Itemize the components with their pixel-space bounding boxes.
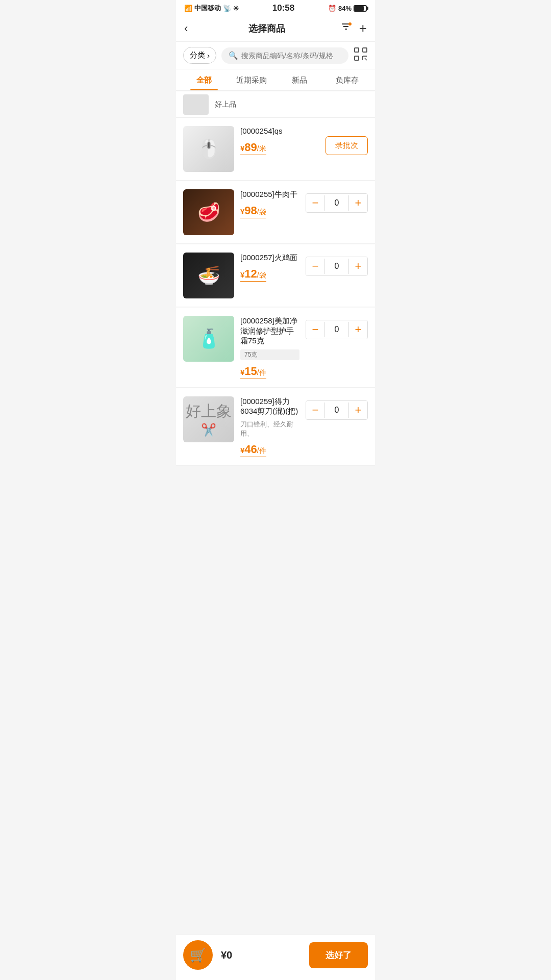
quantity-control-4: − 0 + [306,400,368,420]
qty-minus-3[interactable]: − [306,320,324,339]
qty-plus-4[interactable]: + [349,401,367,419]
qty-minus-2[interactable]: − [306,257,324,275]
signal-icon: 📶 [184,5,192,12]
header-actions: + [340,20,367,36]
product-name-3: [0000258]美加净滋润修护型护手霜75克 [240,316,299,346]
qty-minus-1[interactable]: − [306,194,324,212]
product-name-1: [0000255]牛肉干 [240,189,299,199]
quantity-control-3: − 0 + [306,320,368,339]
status-right: ⏰ 84% [328,5,367,12]
batch-button-0[interactable]: 录批次 [325,136,368,155]
battery-percent: 84% [338,5,352,12]
qty-plus-1[interactable]: + [349,194,367,212]
qty-value-1: 0 [324,195,349,211]
status-bar: 📶 中国移动 📡 ✳ 10:58 ⏰ 84% [176,0,375,15]
scan-icon[interactable] [354,47,368,64]
tab-recent[interactable]: 近期采购 [229,69,275,90]
filter-icon[interactable] [340,21,352,36]
category-button[interactable]: 分类 › [183,47,216,64]
product-actions-1: − 0 + [306,189,368,213]
product-info-4: [0000259]得力6034剪刀(混)(把) 刀口锋利、经久耐用、 ¥46/件 [240,396,299,457]
partial-item-image [183,94,209,115]
product-price-3: ¥15/件 [240,365,266,379]
refresh-icon: ✳ [233,5,239,12]
product-image-1: 🥩 [183,189,234,235]
product-price-4: ¥46/件 [240,443,266,457]
add-icon[interactable]: + [359,20,367,36]
back-button[interactable]: ‹ [184,22,194,35]
qty-plus-2[interactable]: + [349,257,367,275]
partial-item: 好上品 [176,91,375,118]
product-info-3: [0000258]美加净滋润修护型护手霜75克 75克 ¥15/件 [240,316,299,379]
category-label: 分类 [190,51,205,60]
product-image-0: 🖱️ [183,126,234,172]
product-desc-4: 刀口锋利、经久耐用、 [240,420,299,438]
quantity-control-1: − 0 + [306,193,368,213]
status-left: 📶 中国移动 📡 ✳ [184,4,239,13]
product-image-3: 🧴 [183,316,234,362]
product-list: 🖱️ [0000254]qs ¥89/米 录批次 🥩 [0000255]牛肉干 … [176,118,375,512]
svg-line-9 [365,58,367,60]
list-item: 🖱️ [0000254]qs ¥89/米 录批次 [176,118,375,181]
product-info-0: [0000254]qs ¥89/米 [240,126,306,155]
product-price-2: ¥12/袋 [240,267,266,282]
header: ‹ 选择商品 + [176,15,375,42]
battery-fill [355,6,364,11]
product-image-4: 好上象 ✂️ [183,396,234,442]
product-actions-2: − 0 + [306,253,368,276]
carrier-label: 中国移动 [194,4,221,13]
product-spec-3: 75克 [240,349,299,360]
svg-rect-6 [355,56,359,60]
quantity-control-2: − 0 + [306,257,368,276]
qty-minus-4[interactable]: − [306,401,324,419]
battery-icon [354,5,367,12]
qty-plus-3[interactable]: + [349,320,367,339]
bottom-spacer [176,466,375,512]
tab-negative[interactable]: 负库存 [324,69,370,90]
status-time: 10:58 [272,3,294,13]
partial-item-name: 好上品 [215,100,236,109]
tab-all[interactable]: 全部 [181,69,227,90]
search-area: 分类 › 🔍 [176,42,375,69]
product-actions-0: 录批次 [312,126,368,155]
product-price-0: ¥89/米 [240,141,266,155]
qty-value-4: 0 [324,403,349,418]
svg-rect-4 [355,48,359,52]
product-info-2: [0000257]火鸡面 ¥12/袋 [240,253,299,282]
search-input[interactable] [241,52,341,60]
alarm-icon: ⏰ [328,5,336,12]
list-item: 🧴 [0000258]美加净滋润修护型护手霜75克 75克 ¥15/件 − 0 … [176,308,375,388]
qty-value-2: 0 [324,259,349,274]
list-item: 好上象 ✂️ [0000259]得力6034剪刀(混)(把) 刀口锋利、经久耐用… [176,388,375,466]
tabs: 全部 近期采购 新品 负库存 [176,69,375,91]
product-name-4: [0000259]得力6034剪刀(混)(把) [240,396,299,416]
list-item: 🥩 [0000255]牛肉干 ¥98/袋 − 0 + [176,181,375,244]
list-item: 🍜 [0000257]火鸡面 ¥12/袋 − 0 + [176,244,375,307]
svg-rect-5 [363,48,367,52]
page-title: 选择商品 [194,22,339,35]
qty-value-3: 0 [324,322,349,337]
product-price-1: ¥98/袋 [240,204,266,218]
wifi-icon: 📡 [223,5,231,12]
search-icon: 🔍 [229,51,238,60]
product-info-1: [0000255]牛肉干 ¥98/袋 [240,189,299,218]
product-name-2: [0000257]火鸡面 [240,253,299,263]
search-input-wrap: 🔍 [221,47,348,64]
tab-new[interactable]: 新品 [277,69,322,90]
product-actions-3: − 0 + [306,316,368,339]
product-actions-4: − 0 + [306,396,368,420]
product-name-0: [0000254]qs [240,126,306,136]
category-chevron: › [207,51,210,60]
product-image-2: 🍜 [183,253,234,298]
svg-point-3 [348,22,352,26]
